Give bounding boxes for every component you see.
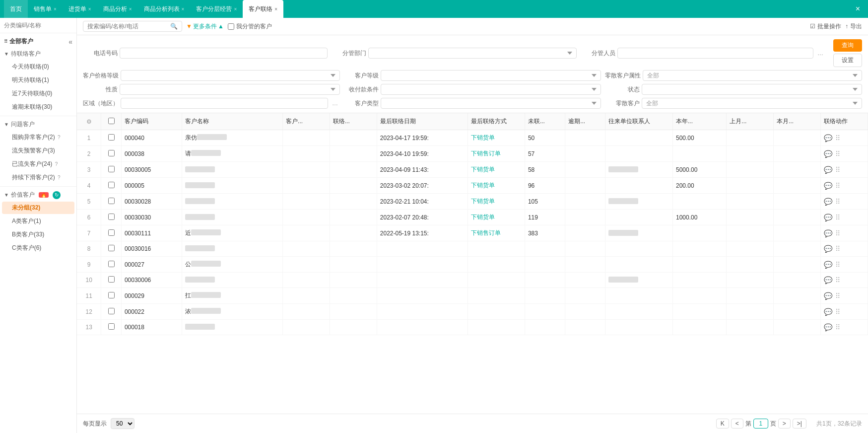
col-header-check[interactable] [101,113,122,130]
sidebar-all-customers[interactable]: ⠿ 全部客户 « [0,33,76,48]
row-checkbox-cell[interactable] [101,162,122,178]
filter-dots-manager[interactable]: … [815,50,825,57]
tab-purchase-order[interactable]: 进货单 × [63,0,97,18]
sidebar-item-abnormal[interactable]: 囤购异常客户(2) ? [2,131,74,144]
grid-icon[interactable]: ⠿ [835,166,840,174]
tab-home[interactable]: 首页 [4,0,28,18]
col-header-cust[interactable]: 客户... [283,113,330,130]
close-sales-order-icon[interactable]: × [54,6,57,12]
message-icon[interactable]: 💬 [824,245,832,253]
row-checkbox-cell[interactable] [101,320,122,335]
tab-customer-segment[interactable]: 客户分层经营 × [190,0,243,18]
sidebar-item-class-c[interactable]: C类客户(6) [2,242,74,254]
action-cell[interactable]: 💬⠿ [821,162,868,178]
grid-icon[interactable]: ⠿ [835,292,840,300]
message-icon[interactable]: 💬 [824,198,832,206]
filter-select-dept[interactable] [368,48,576,59]
grid-icon[interactable]: ⠿ [835,276,840,284]
close-purchase-order-icon[interactable]: × [88,6,91,12]
message-icon[interactable]: 💬 [824,276,832,284]
search-icon[interactable]: 🔍 [170,23,178,30]
col-header-last-date[interactable]: 最后联络日期 [377,113,467,130]
last-contact-method[interactable]: 下销货单 [467,178,525,194]
action-cell[interactable]: 💬⠿ [821,146,868,162]
row-checkbox-cell[interactable] [101,257,122,273]
row-checkbox[interactable] [108,261,115,267]
per-page-select[interactable]: 50 [111,418,134,429]
col-header-code[interactable]: 客户编码 [121,113,182,130]
row-checkbox[interactable] [108,323,115,330]
contact-method-link[interactable]: 下销货单 [471,182,495,189]
query-button[interactable]: 查询 [833,39,862,52]
last-contact-method[interactable]: 下销售订单 [467,225,525,241]
row-checkbox-cell[interactable] [101,241,122,257]
tab-customer-contact[interactable]: 客户联络 × [243,0,283,18]
sidebar-group-pending[interactable]: ▼ 待联络客户 [0,48,76,60]
last-contact-method[interactable] [467,288,525,304]
last-contact-method[interactable]: 下销货单 [467,210,525,225]
filter-dots-region[interactable]: … [330,100,340,107]
close-product-analysis-list-icon[interactable]: × [182,6,185,12]
col-header-pending[interactable]: 未联... [525,113,565,130]
action-cell[interactable]: 💬⠿ [821,210,868,225]
sidebar-item-class-b[interactable]: B类客户(33) [2,228,74,241]
filter-select-zero-attr[interactable]: 全部 [643,70,862,81]
reset-button[interactable]: 设置 [833,54,862,67]
close-product-analysis-icon[interactable]: × [129,6,132,12]
sidebar-search-box[interactable]: 🔍 [0,18,76,33]
row-checkbox[interactable] [108,166,115,172]
row-checkbox[interactable] [108,134,115,141]
row-checkbox-cell[interactable] [101,210,122,225]
grid-icon[interactable]: ⠿ [835,134,840,142]
search-input[interactable] [87,23,168,30]
row-checkbox[interactable] [108,308,115,314]
close-customer-contact-icon[interactable]: × [274,6,277,12]
grid-icon[interactable]: ⠿ [835,150,840,158]
last-contact-method[interactable] [467,320,525,335]
action-cell[interactable]: 💬⠿ [821,241,868,257]
filter-input-region[interactable] [121,98,328,109]
filter-select-zero-cust[interactable]: 全部 [642,98,862,109]
message-icon[interactable]: 💬 [824,229,832,237]
export-button[interactable]: ↑ 导出 [845,22,862,31]
message-icon[interactable]: 💬 [824,166,832,174]
row-checkbox-cell[interactable] [101,178,122,194]
row-checkbox-cell[interactable] [101,273,122,288]
row-checkbox-cell[interactable] [101,304,122,320]
filter-select-price-level[interactable] [121,70,340,81]
last-contact-method[interactable]: 下销货单 [467,130,525,146]
sidebar-item-declining[interactable]: 持续下滑客户(2) ? [2,171,74,184]
contact-method-link[interactable]: 下销货单 [471,214,495,220]
row-checkbox[interactable] [108,229,115,236]
col-header-this-month[interactable]: 本月... [774,113,821,130]
col-header-name[interactable]: 客户名称 [182,113,282,130]
grid-icon[interactable]: ⠿ [835,214,840,221]
grid-icon[interactable]: ⠿ [835,198,840,206]
message-icon[interactable]: 💬 [824,214,832,221]
contact-method-link[interactable]: 下销货单 [471,198,495,205]
message-icon[interactable]: 💬 [824,261,832,269]
sidebar-item-warning[interactable]: 流失预警客户(3) [2,144,74,157]
col-header-partner[interactable]: 往来单位联系人 [605,113,673,130]
last-contact-method[interactable] [467,273,525,288]
sidebar-group-value[interactable]: ▼ 价值客户 🔥 ↻ [0,189,76,201]
row-checkbox[interactable] [108,245,115,251]
filter-select-status[interactable] [642,84,862,95]
grid-icon[interactable]: ⠿ [835,323,840,331]
row-checkbox-cell[interactable] [101,130,122,146]
last-page-button[interactable]: >| [793,419,806,429]
col-header-last-method[interactable]: 最后联络方式 [467,113,525,130]
row-checkbox[interactable] [108,150,115,156]
last-contact-method[interactable] [467,257,525,273]
last-contact-method[interactable]: 下销售订单 [467,146,525,162]
action-cell[interactable]: 💬⠿ [821,320,868,335]
action-cell[interactable]: 💬⠿ [821,288,868,304]
window-close-button[interactable]: × [852,4,864,13]
sidebar-item-lost[interactable]: 已流失客户(24) ? [2,158,74,170]
row-checkbox[interactable] [108,198,115,204]
row-checkbox-cell[interactable] [101,194,122,210]
filter-select-nature[interactable] [120,84,340,95]
message-icon[interactable]: 💬 [824,292,832,300]
prev-page-button[interactable]: < [731,419,743,429]
row-checkbox[interactable] [108,182,115,188]
